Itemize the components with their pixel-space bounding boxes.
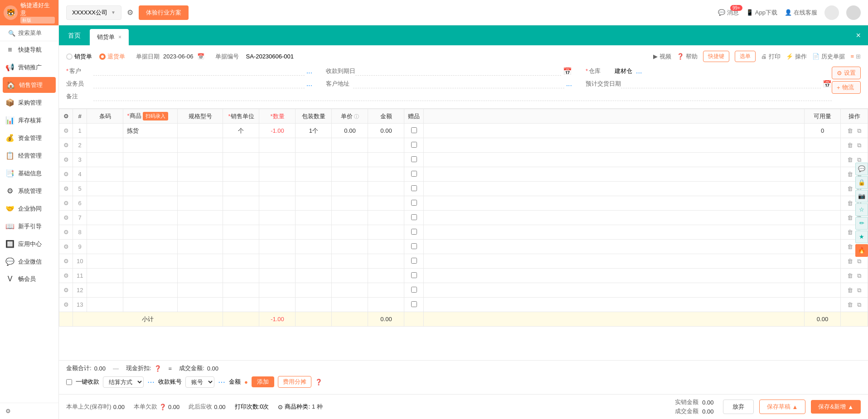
row-price-cell[interactable] (332, 167, 368, 182)
row-pkg-cell[interactable] (296, 298, 332, 312)
row-pkg-cell[interactable] (296, 138, 332, 153)
row-gift-cell[interactable] (404, 138, 424, 153)
row-pkg-cell[interactable] (296, 240, 332, 254)
row-copy-icon[interactable]: ⧉ (857, 301, 861, 308)
row-gift-cell[interactable] (404, 196, 424, 211)
row-amount-cell[interactable] (368, 153, 404, 167)
row-gift-cell[interactable] (404, 269, 424, 283)
scan-btn[interactable]: 扫码录入 (143, 112, 168, 120)
row-pkg-cell[interactable] (296, 211, 332, 225)
row-goods-cell[interactable] (123, 167, 178, 182)
row-price-cell[interactable] (332, 240, 368, 254)
row-price-cell[interactable] (332, 283, 368, 298)
row-price-cell[interactable] (332, 153, 368, 167)
row-unit-cell[interactable]: 个 (223, 124, 259, 138)
customer-input[interactable] (93, 67, 305, 76)
due-date-input[interactable] (355, 67, 561, 76)
warehouse-more-icon[interactable]: ... (636, 67, 642, 75)
topbar-settings-icon[interactable]: ⚙ (127, 8, 133, 17)
row-amount-cell[interactable] (368, 225, 404, 240)
customer-addr-more-icon[interactable]: ... (566, 80, 572, 88)
customer-more-icon[interactable]: ... (306, 67, 312, 75)
customer-addr-input[interactable] (353, 79, 564, 88)
row-qty-cell[interactable]: -1.00 (259, 124, 296, 138)
sidebar-item-quick-nav[interactable]: ≡ 快捷导航 (0, 41, 58, 58)
account-select[interactable]: 账号 (185, 376, 214, 388)
row-delete-icon[interactable]: 🗑 (847, 229, 853, 236)
row-amount-cell[interactable] (368, 196, 404, 211)
row-pkg-cell[interactable] (296, 225, 332, 240)
row-qty-cell[interactable] (259, 283, 296, 298)
add-payment-button[interactable]: 添加 (252, 376, 274, 387)
row-price-cell[interactable] (332, 196, 368, 211)
row-unit-cell[interactable] (223, 138, 259, 153)
tab-close-icon[interactable]: × (118, 34, 121, 40)
delivery-date-calendar-icon[interactable]: 📅 (823, 80, 832, 88)
row-price-cell[interactable] (332, 298, 368, 312)
row-pkg-cell[interactable] (296, 153, 332, 167)
row-delete-icon[interactable]: 🗑 (847, 200, 853, 207)
row-spec-cell[interactable] (178, 211, 223, 225)
row-price-cell[interactable] (332, 211, 368, 225)
salesperson-more-icon[interactable]: ... (306, 80, 312, 88)
select-button[interactable]: 选单 (735, 51, 756, 62)
row-spec-cell[interactable] (178, 124, 223, 138)
row-spec-cell[interactable] (178, 240, 223, 254)
row-amount-cell[interactable] (368, 269, 404, 283)
video-help-item[interactable]: ▶ 视频 (653, 53, 671, 61)
row-qty-cell[interactable] (259, 254, 296, 269)
row-pkg-cell[interactable] (296, 283, 332, 298)
row-qty-cell[interactable] (259, 225, 296, 240)
operate-item[interactable]: ⚡ 操作 (786, 53, 807, 61)
message-button[interactable]: 💬 消息 99+ (718, 9, 739, 17)
float-btn-active[interactable]: 🔥 (855, 244, 868, 257)
row-barcode-cell[interactable] (87, 283, 123, 298)
view-grid-icon[interactable]: ⊞ (856, 53, 861, 60)
sidebar-item-app-center[interactable]: 🔲 应用中心 (0, 235, 58, 253)
row-amount-cell[interactable] (368, 254, 404, 269)
user-avatar2[interactable] (846, 5, 861, 20)
row-gift-cell[interactable] (404, 254, 424, 269)
row-barcode-cell[interactable] (87, 196, 123, 211)
row-delete-icon[interactable]: 🗑 (847, 301, 853, 308)
row-goods-cell[interactable] (123, 254, 178, 269)
sidebar-item-purchase[interactable]: 📦 采购管理 (0, 94, 58, 111)
radio-sales-order[interactable]: 销货单 (66, 53, 92, 61)
row-goods-cell[interactable]: 拣货 (123, 124, 178, 138)
row-barcode-cell[interactable] (87, 298, 123, 312)
float-btn-lock[interactable]: 🔒 (855, 176, 868, 189)
row-delete-icon[interactable]: 🗑 (847, 272, 853, 279)
logistics-button[interactable]: + 物流 (832, 81, 861, 94)
row-spec-cell[interactable] (178, 269, 223, 283)
row-price-cell[interactable]: 0.00 (332, 124, 368, 138)
tab-sales-order[interactable]: 销货单 × (90, 29, 129, 45)
row-barcode-cell[interactable] (87, 211, 123, 225)
row-amount-cell[interactable]: 0.00 (368, 124, 404, 138)
date-calendar-icon[interactable]: 📅 (197, 53, 204, 60)
row-amount-cell[interactable] (368, 240, 404, 254)
row-qty-cell[interactable] (259, 153, 296, 167)
row-barcode-cell[interactable] (87, 269, 123, 283)
row-unit-cell[interactable] (223, 240, 259, 254)
sidebar-item-system[interactable]: ⚙ 系统管理 (0, 182, 58, 200)
row-unit-cell[interactable] (223, 225, 259, 240)
close-all-tabs-icon[interactable]: × (856, 31, 861, 40)
shortcut-button[interactable]: 快捷键 (703, 51, 729, 62)
float-btn-photo[interactable]: 📷 (855, 190, 868, 202)
row-pkg-cell[interactable] (296, 167, 332, 182)
row-goods-cell[interactable] (123, 298, 178, 312)
row-unit-cell[interactable] (223, 153, 259, 167)
row-unit-cell[interactable] (223, 269, 259, 283)
discount-help-icon[interactable]: ❓ (154, 365, 161, 372)
settings-button[interactable]: ⚙ 设置 (832, 67, 861, 79)
row-copy-icon[interactable]: ⧉ (857, 258, 861, 265)
row-goods-cell[interactable] (123, 269, 178, 283)
row-pkg-cell[interactable] (296, 182, 332, 196)
row-unit-cell[interactable] (223, 167, 259, 182)
row-spec-cell[interactable] (178, 182, 223, 196)
row-barcode-cell[interactable] (87, 254, 123, 269)
sidebar-item-enterprise-wechat[interactable]: 💬 企业微信 (0, 253, 58, 270)
row-gift-cell[interactable] (404, 225, 424, 240)
row-unit-cell[interactable] (223, 298, 259, 312)
table-container[interactable]: ⚙ # 条码 *商品 扫码录入 规格型号 *销售单位 *数量 包装数量 (59, 109, 868, 360)
